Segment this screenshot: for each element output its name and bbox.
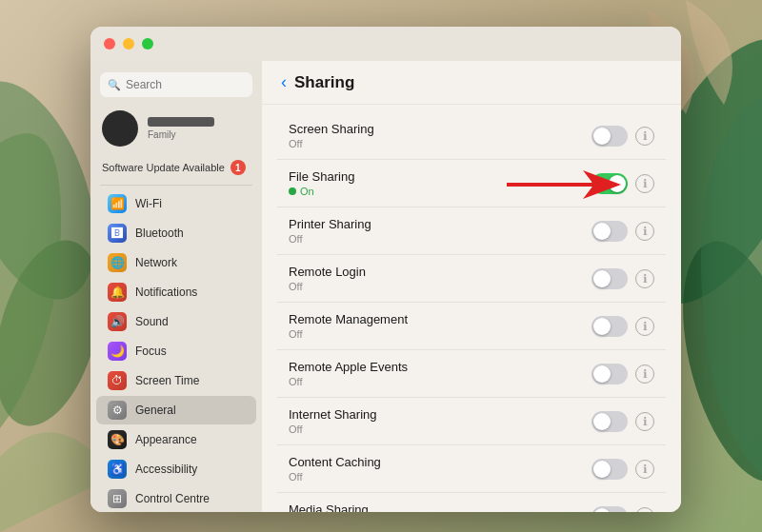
sidebar-item-label-accessibility: Accessibility <box>135 463 197 476</box>
sharing-item-internet-sharing: Internet SharingOffℹ <box>277 398 666 445</box>
maximize-button[interactable] <box>142 38 153 49</box>
info-button-file-sharing[interactable]: ℹ <box>635 174 654 193</box>
toggle-knob-internet-sharing <box>593 413 611 430</box>
bluetooth-icon: 🅱 <box>108 224 127 243</box>
info-button-remote-apple-events[interactable]: ℹ <box>635 365 654 384</box>
sidebar-item-screentime[interactable]: ⏱Screen Time <box>96 366 256 395</box>
sidebar-item-bluetooth[interactable]: 🅱Bluetooth <box>96 219 256 247</box>
info-button-remote-login[interactable]: ℹ <box>635 269 654 288</box>
info-button-remote-management[interactable]: ℹ <box>635 317 654 336</box>
sidebar-item-label-focus: Focus <box>135 345 167 358</box>
sharing-info-printer-sharing: Printer SharingOff <box>289 217 582 245</box>
window-content: 🔍 Family Software Update Available 1 📶Wi… <box>90 61 681 512</box>
sidebar-item-label-wifi: Wi-Fi <box>135 197 162 210</box>
panel-title: Sharing <box>294 73 354 92</box>
sidebar-item-label-screentime: Screen Time <box>135 374 199 387</box>
sharing-controls-media-sharing: ℹ <box>592 506 654 513</box>
toggle-remote-management[interactable] <box>592 316 628 337</box>
sidebar-item-label-sound: Sound <box>135 315 169 328</box>
toggle-internet-sharing[interactable] <box>592 411 628 432</box>
software-update-item[interactable]: Software Update Available 1 <box>90 156 262 179</box>
sidebar-item-controlcentre[interactable]: ⊞Control Centre <box>96 484 256 512</box>
sharing-item-remote-login: Remote LoginOffℹ <box>277 255 666 303</box>
sidebar-item-appearance[interactable]: 🎨Appearance <box>96 425 256 454</box>
sidebar: 🔍 Family Software Update Available 1 📶Wi… <box>90 61 262 512</box>
sidebar-divider-1 <box>100 185 252 186</box>
info-button-internet-sharing[interactable]: ℹ <box>635 412 654 431</box>
info-button-screen-sharing[interactable]: ℹ <box>635 127 654 146</box>
info-button-content-caching[interactable]: ℹ <box>635 460 654 479</box>
search-box[interactable]: 🔍 <box>100 72 252 97</box>
toggle-knob-screen-sharing <box>593 128 611 145</box>
sidebar-item-focus[interactable]: 🌙Focus <box>96 337 256 365</box>
sharing-controls-remote-management: ℹ <box>592 316 654 337</box>
sharing-status-remote-login: Off <box>289 281 582 292</box>
info-button-media-sharing[interactable]: ℹ <box>635 507 654 513</box>
sharing-status-screen-sharing: Off <box>289 138 582 149</box>
sharing-controls-printer-sharing: ℹ <box>592 221 654 242</box>
toggle-printer-sharing[interactable] <box>592 221 628 242</box>
sharing-status-internet-sharing: Off <box>289 424 582 435</box>
search-input[interactable] <box>126 78 245 91</box>
toggle-knob-remote-management <box>593 318 611 335</box>
main-panel: ‹ Sharing Screen SharingOffℹFile Sharing… <box>262 61 681 512</box>
user-profile[interactable]: Family <box>90 105 262 152</box>
sharing-item-media-sharing: Media SharingOffℹ <box>277 493 666 512</box>
screentime-icon: ⏱ <box>108 371 127 390</box>
network-icon: 🌐 <box>108 253 127 272</box>
sharing-info-internet-sharing: Internet SharingOff <box>289 407 582 435</box>
toggle-remote-apple-events[interactable] <box>592 364 628 384</box>
back-button[interactable]: ‹ <box>281 72 287 92</box>
sharing-name-remote-management: Remote Management <box>289 312 582 326</box>
svg-marker-4 <box>507 170 621 199</box>
sidebar-item-wifi[interactable]: 📶Wi-Fi <box>96 189 256 218</box>
close-button[interactable] <box>104 38 115 49</box>
toggle-remote-login[interactable] <box>592 268 628 289</box>
appearance-icon: 🎨 <box>108 430 127 449</box>
sidebar-item-network[interactable]: 🌐Network <box>96 248 256 277</box>
sidebar-items-list: 📶Wi-Fi🅱Bluetooth🌐Network🔔Notifications🔊S… <box>90 189 262 512</box>
sound-icon: 🔊 <box>108 312 127 331</box>
sharing-name-remote-login: Remote Login <box>289 265 582 279</box>
sharing-item-screen-sharing: Screen SharingOffℹ <box>277 112 666 160</box>
controlcentre-icon: ⊞ <box>108 489 127 508</box>
sharing-info-content-caching: Content CachingOff <box>289 455 582 483</box>
toggle-content-caching[interactable] <box>592 459 628 480</box>
toggle-media-sharing[interactable] <box>592 506 628 513</box>
sidebar-item-sound[interactable]: 🔊Sound <box>96 307 256 336</box>
sidebar-item-general[interactable]: ⚙General <box>96 396 256 424</box>
system-settings-window: 🔍 Family Software Update Available 1 📶Wi… <box>90 27 681 512</box>
red-arrow <box>507 166 621 207</box>
sharing-controls-internet-sharing: ℹ <box>592 411 654 432</box>
search-icon: 🔍 <box>108 79 121 91</box>
notif-icon: 🔔 <box>108 283 127 302</box>
sharing-info-remote-login: Remote LoginOff <box>289 265 582 292</box>
software-update-label: Software Update Available <box>102 162 225 173</box>
sidebar-item-label-appearance: Appearance <box>135 433 197 446</box>
sharing-info-media-sharing: Media SharingOff <box>289 502 582 512</box>
sharing-info-screen-sharing: Screen SharingOff <box>289 122 582 149</box>
sharing-status-printer-sharing: Off <box>289 233 582 245</box>
sidebar-item-label-notifications: Notifications <box>135 286 197 299</box>
sidebar-item-accessibility[interactable]: ♿Accessibility <box>96 455 256 483</box>
toggle-knob-printer-sharing <box>593 223 611 240</box>
info-button-printer-sharing[interactable]: ℹ <box>635 222 654 241</box>
sharing-name-remote-apple-events: Remote Apple Events <box>289 360 582 374</box>
sharing-status-remote-management: Off <box>289 328 582 340</box>
sidebar-item-notifications[interactable]: 🔔Notifications <box>96 278 256 306</box>
sharing-controls-remote-login: ℹ <box>592 268 654 289</box>
sharing-item-remote-management: Remote ManagementOffℹ <box>277 303 666 350</box>
minimize-button[interactable] <box>123 38 134 49</box>
sharing-name-printer-sharing: Printer Sharing <box>289 217 582 231</box>
sharing-name-screen-sharing: Screen Sharing <box>289 122 582 136</box>
toggle-knob-remote-login <box>593 270 611 287</box>
sidebar-item-label-controlcentre: Control Centre <box>135 492 210 505</box>
sharing-controls-remote-apple-events: ℹ <box>592 364 654 384</box>
sharing-controls-content-caching: ℹ <box>592 459 654 480</box>
toggle-screen-sharing[interactable] <box>592 126 628 147</box>
sidebar-item-label-network: Network <box>135 256 177 269</box>
toggle-knob-media-sharing <box>593 508 611 513</box>
sharing-item-content-caching: Content CachingOffℹ <box>277 445 666 493</box>
sidebar-item-label-bluetooth: Bluetooth <box>135 227 184 240</box>
user-name-bar <box>148 117 214 127</box>
